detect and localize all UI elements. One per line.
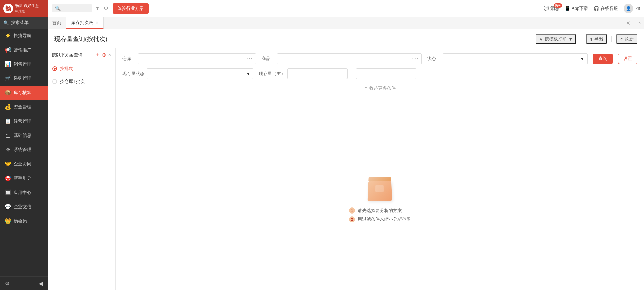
online-service-btn[interactable]: 🎧 在线客服 <box>594 5 618 12</box>
sidebar-item-label: 库存核算 <box>14 90 31 96</box>
right-panel: 仓库 ··· 商品 ··· <box>116 48 644 290</box>
warehouse-dots: ··· <box>247 56 253 62</box>
sidebar-item-sales[interactable]: 📊 销售管理 <box>0 57 48 71</box>
tab-inventory-batch-label: 库存批次账 <box>71 20 93 26</box>
sidebar-item-operations[interactable]: 📋 经营管理 <box>0 114 48 128</box>
hint-2-num: 2 <box>349 216 355 222</box>
sidebar-item-label: 销售管理 <box>14 61 31 67</box>
sidebar-item-system[interactable]: ⚙ 系统管理 <box>0 143 48 157</box>
sidebar-item-label: 采购管理 <box>14 75 31 81</box>
sidebar-item-quick-nav[interactable]: ⚡ 快捷导航 <box>0 29 48 43</box>
empty-state: 1 请先选择要分析的方案 2 用过滤条件来缩小分析范围 <box>116 99 644 290</box>
sidebar-item-newbie[interactable]: 🎯 新手引导 <box>0 171 48 185</box>
sidebar-item-label: 畅会员 <box>14 218 27 224</box>
print-label: 按模板打印 <box>545 36 567 42</box>
tabbar-close-btn[interactable]: ✕ <box>626 20 630 26</box>
avatar: 👤 <box>624 4 633 13</box>
page-actions: 🖨 按模板打印 ▼ ⬆ 导出 ↻ 刷新 <box>536 34 637 44</box>
sidebar-item-inventory[interactable]: 📦 库存核算 <box>0 86 48 100</box>
print-icon: 🖨 <box>539 37 543 42</box>
marketing-icon: 📢 <box>5 47 11 53</box>
sidebar-item-purchase[interactable]: 🛒 采购管理 <box>0 71 48 86</box>
stock-status-field: 现存量状态 ▼ <box>122 68 253 79</box>
empty-hints: 1 请先选择要分析的方案 2 用过滤条件来缩小分析范围 <box>349 207 411 222</box>
sidebar-item-label: 企业协同 <box>14 161 31 167</box>
sidebar-item-marketing[interactable]: 📢 营销推广 <box>0 43 48 57</box>
experience-button[interactable]: 体验行业方案 <box>113 3 149 14</box>
query-button[interactable]: 查询 <box>593 54 613 64</box>
inventory-icon: 📦 <box>5 90 11 96</box>
stock-qty-min-input[interactable] <box>287 68 348 79</box>
refresh-icon: ↻ <box>620 37 624 42</box>
collapse-more-btn[interactable]: ⌃ 收起更多条件 <box>122 83 637 93</box>
tab-home-label: 首页 <box>52 20 61 26</box>
app-logo: 畅 <box>3 4 13 13</box>
left-panel-icons: ＋ ⊕ « <box>95 51 111 58</box>
query-form: 仓库 ··· 商品 ··· <box>116 48 644 99</box>
hint-1-num: 1 <box>349 207 355 214</box>
username: Rit <box>634 6 640 11</box>
topbar-gear-icon[interactable]: ⚙ <box>104 5 108 12</box>
main-area: 🔍 ▼ ⚙ 体验行业方案 💬 消息 99+ 📱 App下载 🎧 在线客服 👤 R <box>48 0 644 290</box>
tabbar-arrow-icon[interactable]: › <box>639 20 641 26</box>
add-scheme-icon[interactable]: ＋ <box>95 51 100 58</box>
form-row-2: 现存量状态 ▼ 现存量（主） — <box>122 68 637 79</box>
print-template-btn[interactable]: 🖨 按模板打印 ▼ <box>536 34 576 44</box>
scheme-by-warehouse-batch[interactable]: 按仓库+批次 <box>48 75 115 88</box>
tab-home[interactable]: 首页 <box>48 17 66 29</box>
phone-icon: 📱 <box>565 6 570 11</box>
sidebar-item-basic[interactable]: 🗂 基础信息 <box>0 128 48 143</box>
empty-box-face <box>375 185 384 192</box>
app-download-btn[interactable]: 📱 App下载 <box>565 5 588 12</box>
sidebar-item-enterprise[interactable]: 🤝 企业协同 <box>0 157 48 171</box>
app-subtitle: 标准版 <box>15 9 39 14</box>
operations-icon: 📋 <box>5 118 11 124</box>
settings-icon[interactable]: ⚙ <box>5 280 10 287</box>
sidebar-item-label: 系统管理 <box>14 147 31 153</box>
divider2 <box>611 36 612 42</box>
topbar-search[interactable]: 🔍 <box>52 4 92 12</box>
stock-qty-label: 现存量（主） <box>259 71 285 77</box>
product-input[interactable]: ··· <box>277 53 422 64</box>
stock-qty-max-input[interactable] <box>356 68 416 79</box>
sales-icon: 📊 <box>5 61 11 67</box>
app-info: 畅康通好生意 标准版 <box>15 3 39 14</box>
finance-icon: 💰 <box>5 104 11 110</box>
left-panel-header: 按以下方案查询 ＋ ⊕ « <box>48 48 115 62</box>
apps-icon: 🔲 <box>5 189 11 196</box>
sidebar-item-apps[interactable]: 🔲 应用中心 <box>0 185 48 200</box>
settings-button[interactable]: 设置 <box>618 54 637 64</box>
refresh-btn[interactable]: ↻ 刷新 <box>616 34 637 44</box>
status-field: 状态 ▼ <box>427 53 588 64</box>
tab-close-icon[interactable]: ✕ <box>95 20 99 25</box>
status-select[interactable]: ▼ <box>443 53 588 64</box>
user-profile[interactable]: 👤 Rit <box>624 4 640 13</box>
product-label: 商品 <box>261 56 275 62</box>
sidebar-item-vip[interactable]: 👑 畅会员 <box>0 214 48 228</box>
sidebar-item-finance[interactable]: 💰 资金管理 <box>0 100 48 114</box>
sidebar-item-wechat[interactable]: 💬 企业微信 <box>0 200 48 214</box>
messages-btn[interactable]: 💬 消息 99+ <box>544 5 559 12</box>
tabbar: 首页 库存批次账 ✕ ✕ › <box>48 17 644 29</box>
warehouse-input[interactable]: ··· <box>138 53 256 64</box>
content-body: 按以下方案查询 ＋ ⊕ « 按批次 按仓库+批次 <box>48 48 644 290</box>
left-panel-title: 按以下方案查询 <box>52 52 83 58</box>
tab-inventory-batch[interactable]: 库存批次账 ✕ <box>66 17 104 29</box>
sidebar-search[interactable]: 🔍 搜索菜单 <box>0 17 48 29</box>
stock-status-select[interactable]: ▼ <box>147 68 253 79</box>
scheme-by-warehouse-batch-label: 按仓库+批次 <box>60 78 85 85</box>
topbar-search-icon: 🔍 <box>55 6 61 11</box>
sidebar-footer: ⚙ ◀ <box>0 276 48 290</box>
quick-nav-icon: ⚡ <box>5 33 11 39</box>
export-icon: ⬆ <box>589 37 593 42</box>
scheme-by-batch[interactable]: 按批次 <box>48 62 115 75</box>
collapse-sidebar-icon[interactable]: ◀ <box>39 280 43 287</box>
collapse-left-panel-icon[interactable]: « <box>108 52 111 58</box>
empty-hint-2: 2 用过滤条件来缩小分析范围 <box>349 216 411 222</box>
settings-scheme-icon[interactable]: ⊕ <box>102 52 106 58</box>
enterprise-icon: 🤝 <box>5 161 11 167</box>
export-btn[interactable]: ⬆ 导出 <box>586 34 607 44</box>
topbar-dropdown-icon[interactable]: ▼ <box>95 6 100 11</box>
hint-1-text: 请先选择要分析的方案 <box>358 207 402 214</box>
stock-qty-field: 现存量（主） — <box>259 68 416 79</box>
